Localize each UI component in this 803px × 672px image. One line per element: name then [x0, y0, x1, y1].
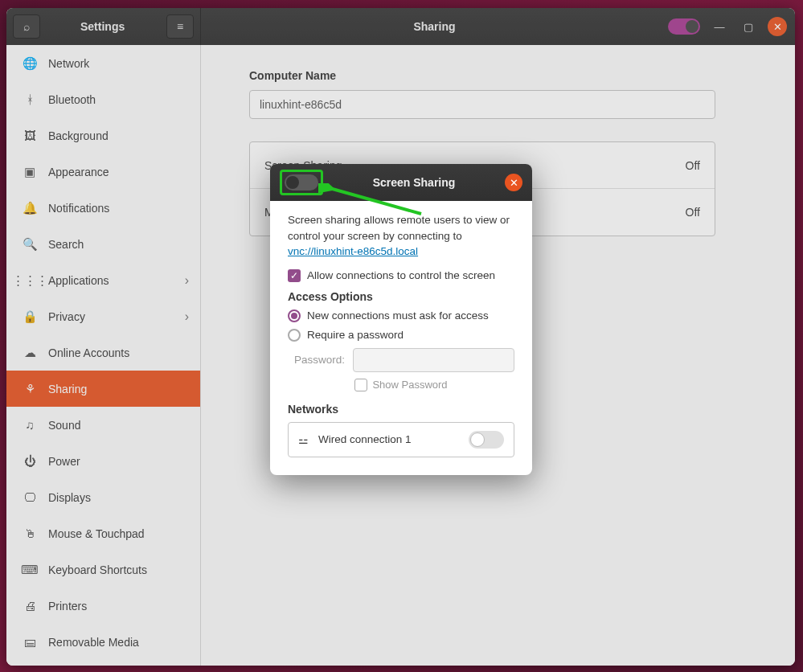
hamburger-icon: ≡ — [177, 20, 183, 33]
sidebar-item-notifications[interactable]: 🔔Notifications — [6, 190, 200, 226]
picture-icon: 🖼 — [23, 129, 37, 142]
screen-sharing-toggle[interactable] — [285, 174, 318, 191]
chevron-right-icon: › — [185, 273, 189, 288]
sidebar-item-search[interactable]: 🔍Search — [6, 226, 200, 262]
sidebar-item-printers[interactable]: 🖨Printers — [6, 588, 200, 624]
sidebar-item-label: Power — [48, 455, 80, 468]
password-input — [353, 348, 514, 372]
dialog-description-text: Screen sharing allows remote users to vi… — [288, 214, 510, 242]
grid-icon: ⋮⋮⋮ — [23, 273, 37, 288]
sidebar-item-label: Background — [48, 129, 109, 142]
hamburger-button[interactable]: ≡ — [166, 14, 194, 39]
sidebar-item-power[interactable]: ⏻Power — [6, 443, 200, 479]
sidebar-item-label: Online Accounts — [48, 346, 129, 359]
disk-icon: 🖴 — [23, 635, 37, 649]
sidebar-item-label: Network — [48, 57, 89, 70]
share-row-status: Off — [686, 159, 700, 172]
share-icon: ⚘ — [23, 382, 37, 396]
dialog-description: Screen sharing allows remote users to vi… — [288, 212, 514, 260]
sidebar-item-label: Appearance — [48, 166, 109, 178]
sidebar-item-applications[interactable]: ⋮⋮⋮Applications› — [6, 262, 200, 298]
sidebar-item-label: Keyboard Shortcuts — [48, 563, 147, 576]
sidebar-item-label: Displays — [48, 491, 91, 504]
search-icon: ⌕ — [23, 20, 30, 33]
sidebar-item-label: Privacy — [48, 310, 85, 323]
network-toggle[interactable] — [469, 431, 504, 449]
window-maximize-button[interactable]: ▢ — [739, 17, 758, 36]
sidebar-item-label: Bluetooth — [48, 93, 96, 106]
header-right: — ▢ ✕ — [668, 17, 795, 36]
sidebar-item-label: Search — [48, 238, 84, 251]
dialog-header: Screen Sharing ✕ — [270, 164, 532, 201]
window-close-button[interactable]: ✕ — [768, 17, 787, 36]
show-password-checkbox — [354, 379, 367, 391]
network-name: Wired connection 1 — [318, 433, 412, 445]
header-center: Sharing — [201, 20, 668, 33]
page-title: Sharing — [413, 20, 455, 33]
sidebar-item-network[interactable]: 🌐Network — [6, 45, 200, 81]
sidebar-item-privacy[interactable]: 🔒Privacy› — [6, 298, 200, 334]
power-icon: ⏻ — [23, 454, 37, 468]
computer-name-input[interactable] — [249, 90, 715, 119]
allow-control-label: Allow connections to control the screen — [307, 269, 495, 281]
sidebar-item-background[interactable]: 🖼Background — [6, 117, 200, 154]
app-title: Settings — [80, 20, 125, 33]
dialog-title: Screen Sharing — [323, 176, 505, 189]
printer-icon: 🖨 — [23, 599, 37, 613]
sidebar-item-removable-media[interactable]: 🖴Removable Media — [6, 624, 200, 660]
radio-password-row[interactable]: Require a password — [288, 329, 514, 342]
sidebar-item-mouse-touchpad[interactable]: 🖱Mouse & Touchpad — [6, 515, 200, 551]
share-row-status: Off — [686, 206, 700, 219]
radio-ask-row[interactable]: New connections must ask for access — [288, 309, 514, 322]
password-label: Password: — [294, 354, 345, 366]
dialog-close-button[interactable]: ✕ — [505, 174, 522, 191]
search-button[interactable]: ⌕ — [13, 14, 40, 39]
sidebar-item-label: Printers — [48, 600, 87, 613]
computer-name-label: Computer Name — [249, 69, 747, 82]
radio-password[interactable] — [288, 329, 301, 342]
sidebar-item-displays[interactable]: 🖵Displays — [6, 479, 200, 515]
window-minimize-button[interactable]: — — [710, 17, 729, 36]
display-icon: 🖵 — [23, 490, 37, 504]
sidebar-item-label: Removable Media — [48, 636, 139, 649]
sidebar-item-appearance[interactable]: ▣Appearance — [6, 154, 200, 190]
vnc-link[interactable]: vnc://linuxhint-e86c5d.local — [288, 245, 418, 257]
networks-title: Networks — [288, 403, 514, 416]
mouse-icon: 🖱 — [23, 527, 37, 540]
sharing-master-toggle[interactable] — [668, 18, 700, 35]
lock-icon: 🔒 — [23, 309, 37, 324]
annotation-highlight — [280, 170, 323, 195]
dialog-body: Screen sharing allows remote users to vi… — [270, 201, 532, 475]
radio-ask-label: New connections must ask for access — [307, 309, 489, 322]
bell-icon: 🔔 — [23, 201, 37, 215]
cloud-icon: ☁ — [23, 346, 37, 360]
sidebar-item-sound[interactable]: ♫Sound — [6, 407, 200, 443]
chevron-right-icon: › — [185, 309, 189, 324]
password-row: Password: — [294, 348, 514, 372]
radio-ask[interactable] — [288, 309, 301, 322]
sidebar-item-online-accounts[interactable]: ☁Online Accounts — [6, 334, 200, 371]
search-icon: 🔍 — [23, 237, 37, 252]
sidebar: 🌐NetworkᚼBluetooth🖼Background▣Appearance… — [6, 45, 201, 666]
radio-password-label: Require a password — [307, 329, 404, 341]
bluetooth-icon: ᚼ — [23, 92, 37, 106]
network-row: ⚍ Wired connection 1 — [288, 422, 514, 457]
show-password-row: Show Password — [288, 379, 514, 391]
screen-sharing-dialog: Screen Sharing ✕ Screen sharing allows r… — [270, 164, 532, 475]
sidebar-item-keyboard-shortcuts[interactable]: ⌨Keyboard Shortcuts — [6, 551, 200, 588]
show-password-label: Show Password — [372, 379, 447, 391]
sidebar-item-label: Notifications — [48, 202, 109, 215]
sidebar-item-label: Applications — [48, 274, 109, 287]
allow-control-row[interactable]: ✓ Allow connections to control the scree… — [288, 269, 514, 282]
header-bar: ⌕ Settings ≡ Sharing — ▢ ✕ — [6, 8, 795, 45]
header-left: ⌕ Settings ≡ — [6, 8, 201, 45]
keyboard-icon: ⌨ — [23, 563, 37, 577]
sidebar-item-label: Sound — [48, 419, 80, 432]
network-icon: ⚍ — [298, 433, 309, 446]
sidebar-item-sharing[interactable]: ⚘Sharing — [6, 371, 200, 407]
globe-icon: 🌐 — [23, 56, 37, 71]
sidebar-item-bluetooth[interactable]: ᚼBluetooth — [6, 81, 200, 117]
allow-control-checkbox[interactable]: ✓ — [288, 269, 301, 282]
access-options-title: Access Options — [288, 290, 514, 303]
music-icon: ♫ — [23, 418, 37, 432]
